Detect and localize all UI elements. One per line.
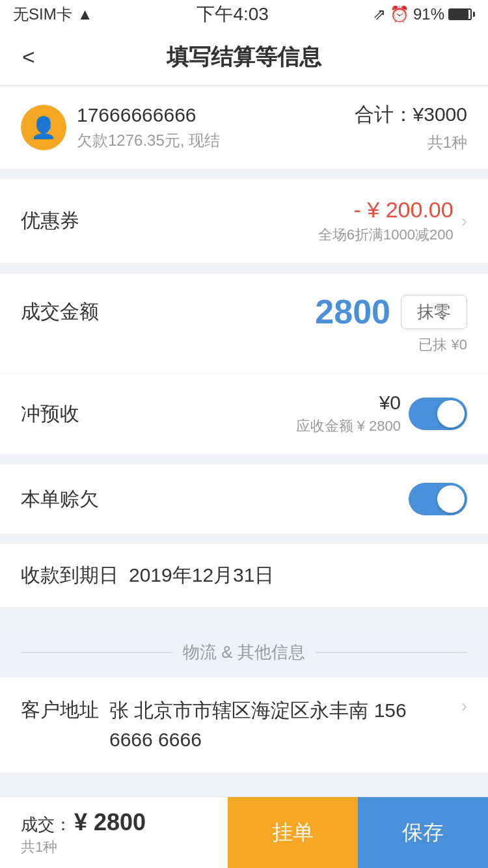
chevron-right-icon: › [461, 211, 467, 232]
logistics-line-right [316, 652, 467, 653]
back-icon: < [22, 44, 35, 69]
customer-phone: 17666666666 [77, 104, 220, 126]
debt-label: 本单赊欠 [21, 486, 99, 513]
logistics-label: 物流 & 其他信息 [183, 641, 305, 664]
debt-toggle[interactable] [409, 483, 467, 515]
nav-bar: < 填写结算等信息 [0, 29, 488, 86]
time-display: 下午4:03 [197, 2, 269, 27]
customer-left: 👤 17666666666 欠款1276.35元, 现结 [21, 104, 220, 151]
separator-2 [0, 454, 488, 465]
transaction-row: 成交金额 2800 抹零 [21, 292, 467, 331]
hold-button[interactable]: 挂单 [228, 797, 358, 869]
transaction-section: 成交金额 2800 抹零 已抹 ¥0 [0, 274, 488, 373]
transaction-right: 2800 抹零 [315, 292, 467, 331]
total-amount: 合计：¥3000 [355, 102, 467, 128]
customer-row: 👤 17666666666 欠款1276.35元, 现结 合计：¥3000 共1… [0, 86, 488, 169]
coupon-row[interactable]: 优惠券 - ¥ 200.00 全场6折满1000减200 › [0, 179, 488, 264]
prepay-section: 冲预收 ¥0 应收金额 ¥ 2800 [0, 373, 488, 454]
address-value: 张 北京市市辖区海淀区永丰南 156 6666 6666 [109, 696, 451, 754]
prepay-amount-col: ¥0 应收金额 ¥ 2800 [296, 392, 401, 436]
avatar-icon: 👤 [31, 115, 57, 140]
debt-section: 本单赊欠 [0, 465, 488, 534]
coupon-description: 全场6折满1000减200 [318, 225, 454, 245]
discount-amount: - ¥ 200.00 [318, 197, 454, 223]
summary-count: 共1种 [21, 837, 207, 857]
battery-label: 91% [413, 5, 444, 23]
address-section[interactable]: 客户地址 张 北京市市辖区海淀区永丰南 156 6666 6666 › [0, 677, 488, 772]
coupon-info: - ¥ 200.00 全场6折满1000减200 [318, 197, 454, 245]
prepay-row: 冲预收 ¥0 应收金额 ¥ 2800 [21, 392, 467, 436]
status-bar: 无SIM卡 ▲ 下午4:03 ⇗ ⏰ 91% [0, 0, 488, 29]
logistics-header: 物流 & 其他信息 [0, 628, 488, 677]
separator-1 [0, 264, 488, 274]
save-button[interactable]: 保存 [358, 797, 488, 869]
total-count: 共1种 [355, 132, 467, 153]
carrier-label: 无SIM卡 [13, 4, 72, 25]
status-left: 无SIM卡 ▲ [13, 4, 92, 25]
summary-title: 成交： [21, 813, 72, 836]
prepay-sub: 应收金额 ¥ 2800 [296, 416, 401, 436]
separator-3 [0, 617, 488, 628]
coupon-right: - ¥ 200.00 全场6折满1000减200 › [318, 197, 467, 245]
customer-right: 合计：¥3000 共1种 [355, 102, 467, 153]
battery-icon [448, 8, 475, 20]
duedate-section: 收款到期日 2019年12月31日 [0, 544, 488, 607]
status-right: ⇗ ⏰ 91% [373, 5, 475, 23]
customer-info: 17666666666 欠款1276.35元, 现结 [77, 104, 220, 151]
bottom-summary-row: 成交： ¥ 2800 [21, 809, 207, 836]
transaction-sub: 已抹 ¥0 [21, 335, 467, 355]
avatar: 👤 [21, 105, 66, 150]
wifi-icon: ▲ [77, 5, 93, 23]
round-button[interactable]: 抹零 [401, 295, 467, 329]
main-content: 👤 17666666666 欠款1276.35元, 现结 合计：¥3000 共1… [0, 86, 488, 868]
coupon-label: 优惠券 [21, 208, 79, 234]
transaction-amount: 2800 [315, 292, 390, 331]
alarm-icon: ⏰ [390, 5, 409, 23]
back-button[interactable]: < [16, 38, 42, 76]
prepay-right: ¥0 应收金额 ¥ 2800 [296, 392, 467, 436]
page-title: 填写结算等信息 [167, 42, 321, 72]
summary-amount: ¥ 2800 [74, 809, 146, 836]
bottom-bar: 成交： ¥ 2800 共1种 挂单 保存 [0, 796, 488, 868]
address-label: 客户地址 [21, 697, 99, 724]
transaction-label: 成交金额 [21, 299, 99, 325]
logistics-line-left [21, 652, 172, 653]
prepay-toggle[interactable] [409, 398, 467, 430]
location-icon: ⇗ [373, 5, 386, 23]
customer-debt: 欠款1276.35元, 现结 [77, 130, 220, 151]
duedate-value: 2019年12月31日 [129, 562, 274, 589]
duedate-label: 收款到期日 [21, 562, 118, 589]
prepay-amount: ¥0 [296, 392, 401, 414]
bottom-summary: 成交： ¥ 2800 共1种 [0, 809, 228, 857]
prepay-label: 冲预收 [21, 401, 79, 427]
address-chevron-icon: › [461, 696, 467, 716]
